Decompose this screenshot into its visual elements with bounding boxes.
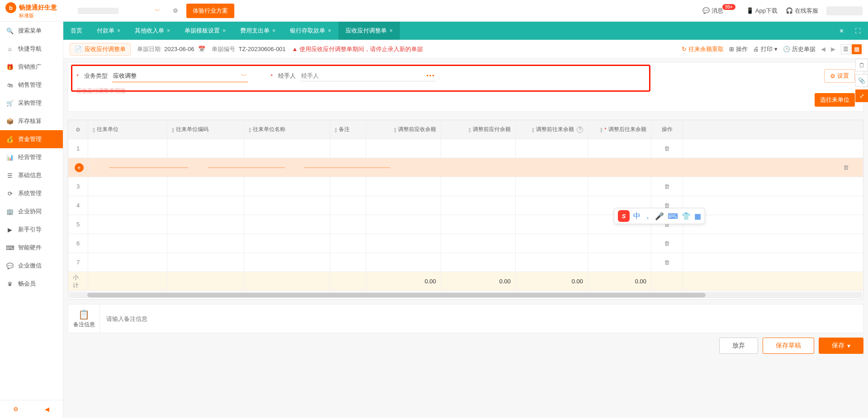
col-code[interactable]: ▴▾往来单位编码 bbox=[167, 120, 244, 139]
col-label: 操作 bbox=[662, 126, 673, 133]
sidebar-item-wechat[interactable]: 💬企业微信 bbox=[0, 257, 63, 275]
handler-input[interactable] bbox=[301, 72, 426, 79]
col-gear[interactable]: ⚙ bbox=[68, 120, 88, 139]
tab-home[interactable]: 首页 bbox=[63, 22, 90, 40]
view-card-icon[interactable]: ▦ bbox=[852, 44, 862, 54]
print-menu[interactable]: 🖨打印▾ bbox=[753, 45, 778, 53]
sidebar-item-sales[interactable]: 🛍销售管理 bbox=[0, 76, 63, 94]
save-draft-button[interactable]: 保存草稿 bbox=[763, 338, 814, 354]
tab-bank[interactable]: 银行存取款单× bbox=[283, 22, 338, 40]
col-unit[interactable]: ▴▾往来单位 bbox=[88, 120, 167, 139]
history-link[interactable]: 🕒历史单据 bbox=[783, 45, 816, 53]
sidebar-item-inventory[interactable]: 📦库存核算 bbox=[0, 112, 63, 130]
view-list-icon[interactable]: ☰ bbox=[841, 44, 851, 54]
sidebar-item-basic[interactable]: ☰基础信息 bbox=[0, 166, 63, 184]
select-unit-button[interactable]: 选往来单位 bbox=[815, 93, 855, 107]
prev-doc-icon[interactable]: ◀ bbox=[821, 46, 825, 52]
try-industry-button[interactable]: 体验行业方案 bbox=[186, 4, 234, 18]
app-download-link[interactable]: 📱 App下载 bbox=[746, 7, 778, 15]
close-icon[interactable]: × bbox=[389, 28, 393, 34]
table-row[interactable]: 7🗑 bbox=[68, 253, 863, 272]
col-memo[interactable]: ▴▾备注 bbox=[330, 120, 366, 139]
tab-other-income[interactable]: 其他收入单× bbox=[128, 22, 177, 40]
trash-icon[interactable]: 🗑 bbox=[664, 145, 670, 152]
table-row[interactable]: 6🗑 bbox=[68, 234, 863, 253]
tabs-fullscreen-button[interactable]: ⛶ bbox=[852, 25, 863, 37]
grid-icon[interactable]: ▦ bbox=[694, 212, 701, 221]
gear-icon[interactable]: ⚙ bbox=[173, 7, 178, 14]
sidebar-item-quicknav[interactable]: ⌂快捷导航 bbox=[0, 40, 63, 58]
table-row[interactable]: 1🗑 bbox=[68, 139, 863, 158]
calendar-icon[interactable]: 📅 bbox=[198, 46, 205, 52]
ime-toolbar[interactable]: S 中 ， 🎤 ⌨ 👕 ▦ bbox=[614, 208, 705, 224]
discard-button[interactable]: 放弃 bbox=[719, 338, 758, 354]
trash-icon[interactable]: 🗑 bbox=[664, 259, 670, 266]
required-mark: * bbox=[76, 73, 79, 80]
right-rail: 🗒 📎 ⤢ bbox=[855, 59, 868, 102]
tab-template[interactable]: 单据模板设置× bbox=[177, 22, 233, 40]
next-doc-icon[interactable]: ▶ bbox=[831, 46, 835, 52]
tab-adjust[interactable]: 应收应付调整单× bbox=[338, 22, 400, 40]
trash-icon[interactable]: 🗑 bbox=[843, 164, 849, 171]
biztype-select[interactable]: 应收调整 ﹀ bbox=[112, 70, 248, 82]
close-icon[interactable]: × bbox=[223, 28, 226, 34]
help-icon[interactable]: ? bbox=[577, 127, 583, 133]
tab-payment[interactable]: 付款单× bbox=[90, 22, 128, 40]
note-icon: 📋 bbox=[78, 309, 90, 320]
trash-icon[interactable]: 🗑 bbox=[664, 183, 670, 190]
col-pre-pay[interactable]: ▴▾调整前应付余额 bbox=[441, 120, 516, 139]
add-row-button[interactable]: + bbox=[75, 163, 84, 172]
ime-punct[interactable]: ， bbox=[644, 211, 651, 221]
messages-link[interactable]: 💬 消息 99+ bbox=[702, 7, 738, 15]
rail-expand-icon[interactable]: ⤢ bbox=[855, 89, 868, 102]
money-icon: 💰 bbox=[6, 136, 14, 143]
shirt-icon[interactable]: 👕 bbox=[682, 212, 691, 221]
operations-menu[interactable]: ⊞操作 bbox=[729, 45, 748, 53]
ime-lang[interactable]: 中 bbox=[633, 211, 640, 221]
col-post-bal[interactable]: ▴▾*调整后往来余额 bbox=[588, 120, 651, 139]
more-icon[interactable]: ••• bbox=[426, 72, 435, 79]
sidebar-settings-icon[interactable]: ⚙ bbox=[0, 400, 32, 418]
sidebar-item-search[interactable]: 🔍搜索菜单 bbox=[0, 22, 63, 40]
doc-date-value[interactable]: 2023-06-06 bbox=[164, 46, 194, 52]
avatar[interactable] bbox=[826, 6, 863, 15]
rail-attach-icon[interactable]: 📎 bbox=[855, 74, 868, 87]
company-selector[interactable]: ﹀ bbox=[78, 7, 168, 15]
sidebar-collapse-icon[interactable]: ◀ bbox=[32, 400, 63, 418]
cell-code[interactable] bbox=[208, 167, 285, 168]
online-service-link[interactable]: 🎧 在线客服 bbox=[786, 7, 818, 15]
sidebar-item-member[interactable]: ♛畅会员 bbox=[0, 275, 63, 293]
cell-unit[interactable] bbox=[109, 167, 188, 168]
table-row[interactable]: 3🗑 bbox=[68, 177, 863, 196]
sidebar-item-hardware[interactable]: ⌨智能硬件 bbox=[0, 239, 63, 257]
table-row-active[interactable]: +🗑 bbox=[68, 158, 863, 177]
tabs-close-button[interactable]: ✕ bbox=[835, 25, 847, 37]
rail-note-icon[interactable]: 🗒 bbox=[855, 59, 868, 71]
close-icon[interactable]: × bbox=[328, 28, 331, 34]
sidebar-item-collab[interactable]: 🏢企业协同 bbox=[0, 202, 63, 221]
sidebar-item-guide[interactable]: ▶新手引导 bbox=[0, 221, 63, 239]
col-pre-bal[interactable]: ▴▾调整前往来余额? bbox=[516, 120, 588, 139]
sidebar-item-funds[interactable]: 💰资金管理 bbox=[0, 130, 63, 148]
cell-name[interactable] bbox=[304, 167, 390, 168]
horizontal-scrollbar[interactable] bbox=[69, 292, 862, 298]
close-icon[interactable]: × bbox=[167, 28, 170, 34]
save-button[interactable]: 保存▾ bbox=[819, 338, 863, 354]
sidebar-item-purchase[interactable]: 🛒采购管理 bbox=[0, 94, 63, 112]
sidebar-item-marketing[interactable]: 🎁营销推广 bbox=[0, 58, 63, 76]
reget-balance-link[interactable]: ↻往来余额重取 bbox=[682, 45, 724, 53]
sidebar-item-operation[interactable]: 📊经营管理 bbox=[0, 148, 63, 166]
mic-icon[interactable]: 🎤 bbox=[655, 212, 664, 221]
tab-expense[interactable]: 费用支出单× bbox=[233, 22, 283, 40]
trash-icon[interactable]: 🗑 bbox=[664, 240, 670, 247]
close-icon[interactable]: × bbox=[272, 28, 275, 34]
settings-button[interactable]: ⚙设置 bbox=[824, 69, 855, 83]
col-name[interactable]: ▴▾往来单位名称 bbox=[244, 120, 330, 139]
close-icon[interactable]: × bbox=[117, 28, 120, 34]
remark-input[interactable] bbox=[100, 315, 863, 322]
keyboard-icon[interactable]: ⌨ bbox=[668, 212, 678, 221]
sidebar-item-system[interactable]: ⟳系统管理 bbox=[0, 184, 63, 202]
table-row[interactable]: 5🗑 bbox=[68, 215, 863, 234]
table-row[interactable]: 4🗑 bbox=[68, 196, 863, 215]
col-pre-recv[interactable]: ▴▾调整前应收余额 bbox=[366, 120, 441, 139]
